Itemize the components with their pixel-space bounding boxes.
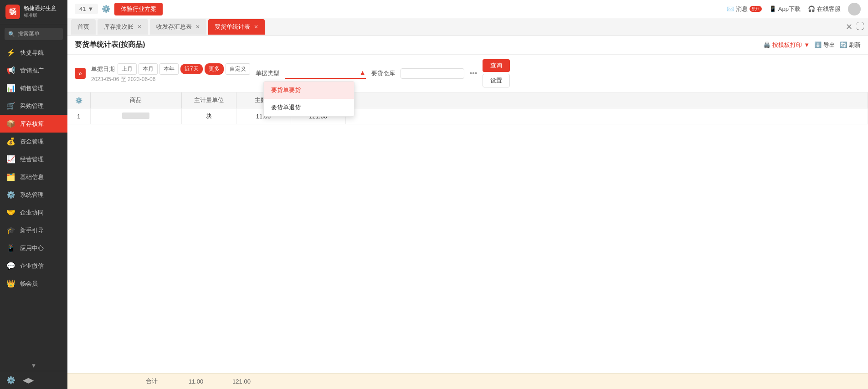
sidebar-nav: ⚡ 快捷导航 📢 营销推广 📊 销售管理 🛒 采购管理 📦 库存核算 💰 资金管…: [0, 44, 67, 360]
filter-actions: 查询 设置: [483, 59, 510, 87]
collapse-icon[interactable]: ◀▶: [23, 376, 34, 384]
sidebar-item-basic[interactable]: 🗂️ 基础信息: [0, 168, 67, 186]
sidebar-item-appstore[interactable]: 📱 应用中心: [0, 239, 67, 257]
date-btn-7days[interactable]: 近7天: [180, 64, 203, 74]
row-unit: 块: [181, 108, 236, 124]
more-options-icon[interactable]: •••: [470, 69, 478, 77]
print-button[interactable]: 🖨️ 按模板打印 ▼: [763, 41, 810, 49]
sidebar-search[interactable]: 🔍 搜索菜单: [5, 28, 63, 40]
sidebar-item-purchase[interactable]: 🛒 采购管理: [0, 97, 67, 115]
sidebar-item-label: 新手引导: [20, 226, 44, 235]
sidebar-item-label: 采购管理: [20, 102, 44, 110]
wxwork-icon: 💬: [6, 261, 15, 270]
avatar[interactable]: [848, 3, 861, 15]
tab-order-stats[interactable]: 要货单统计表 ✕: [208, 19, 265, 35]
marketing-icon: 📢: [6, 66, 15, 75]
row-extra: [345, 108, 868, 124]
expand-icon[interactable]: ⛶: [856, 22, 864, 31]
settings-icon: ⚙️: [75, 97, 82, 104]
tab-batch-account[interactable]: 库存批次账 ✕: [98, 19, 148, 35]
sidebar-item-label: 企业微信: [20, 262, 44, 270]
refresh-icon: 🔄: [840, 41, 847, 48]
dropdown-item-order-return[interactable]: 要货单退货: [264, 99, 354, 116]
date-btn-this-month[interactable]: 本月: [139, 63, 158, 75]
operations-icon: 📈: [6, 155, 15, 164]
type-chevron-up-icon[interactable]: ▲: [360, 69, 366, 76]
date-range: 2023-05-06 至 2023-06-06: [91, 76, 250, 83]
brand-name: 畅捷通好生意: [24, 5, 56, 12]
col-settings[interactable]: ⚙️: [67, 92, 90, 108]
chevron-down-icon: ▼: [87, 5, 93, 12]
date-btn-more[interactable]: 更多: [205, 63, 224, 75]
date-btn-custom[interactable]: 自定义: [226, 63, 250, 75]
footer-amount: 121.00: [219, 378, 264, 385]
sidebar-item-operations[interactable]: 📈 经营管理: [0, 150, 67, 168]
messages-label: 消息: [736, 5, 748, 13]
sidebar-item-label: 系统管理: [20, 191, 44, 199]
main-content: 41 ▼ ⚙️ 体验行业方案 ✉️ 消息 99+ 📱 App下载 🎧 在线客服: [67, 0, 868, 389]
filter-bar: » 单据日期 上月 本月 本年 近7天 更多 自定义 2023-05-06 至 …: [67, 55, 868, 92]
close-all-icon[interactable]: ✕: [846, 22, 853, 32]
online-service-button[interactable]: 🎧 在线客服: [808, 5, 841, 13]
tab-home[interactable]: 首页: [71, 19, 96, 35]
filter-type-wrapper: ▲: [285, 68, 366, 79]
refresh-button[interactable]: 🔄 刷新: [840, 41, 861, 49]
sidebar-item-system[interactable]: ⚙️ 系统管理: [0, 186, 67, 204]
warehouse-input[interactable]: [401, 68, 464, 79]
page-title: 要货单统计表(按商品): [75, 40, 145, 54]
search-label: 搜索菜单: [18, 30, 40, 38]
sidebar-scroll-down[interactable]: ▼: [0, 360, 67, 371]
system-icon: ⚙️: [6, 190, 15, 199]
phone-icon: 📱: [769, 5, 776, 12]
query-button[interactable]: 查询: [483, 59, 510, 72]
sidebar-item-member[interactable]: 👑 畅会员: [0, 275, 67, 292]
date-buttons: 上月 本月 本年 近7天 更多 自定义: [118, 63, 250, 75]
sidebar-item-wxwork[interactable]: 💬 企业微信: [0, 257, 67, 275]
print-chevron-down: ▼: [804, 41, 810, 48]
type-input[interactable]: [285, 68, 358, 77]
sidebar-item-quick-nav[interactable]: ⚡ 快捷导航: [0, 44, 67, 61]
filter-date-block: 单据日期 上月 本月 本年 近7天 更多 自定义 2023-05-06 至 20…: [91, 63, 250, 83]
sidebar-item-label: 基础信息: [20, 173, 44, 181]
guide-icon: 🎓: [6, 226, 15, 235]
top-left: 41 ▼ ⚙️ 体验行业方案: [75, 3, 163, 15]
sidebar-item-sales[interactable]: 📊 销售管理: [0, 79, 67, 97]
footer-label: 合计: [73, 377, 173, 385]
date-btn-last-month[interactable]: 上月: [118, 63, 137, 75]
sidebar-item-enterprise[interactable]: 🤝 企业协同: [0, 204, 67, 221]
sidebar-item-label: 营销推广: [20, 67, 44, 75]
tab-batch-account-close[interactable]: ✕: [137, 24, 142, 30]
logo-text-block: 畅捷通好生意 标准版: [24, 5, 56, 19]
store-name: 41: [79, 5, 86, 12]
inventory-icon: 📦: [6, 119, 15, 128]
brand-sub: 标准版: [24, 12, 56, 19]
sidebar-item-guide[interactable]: 🎓 新手引导: [0, 221, 67, 239]
settings-button[interactable]: 设置: [483, 74, 510, 87]
tab-order-stats-close[interactable]: ✕: [254, 24, 258, 30]
col-unit: 主计量单位: [181, 92, 236, 108]
tab-receive-summary-close[interactable]: ✕: [195, 24, 200, 30]
sidebar-item-inventory[interactable]: 📦 库存核算: [0, 115, 67, 133]
settings-icon[interactable]: ⚙️: [6, 376, 15, 384]
type-label: 单据类型: [256, 69, 279, 77]
member-icon: 👑: [6, 279, 15, 288]
tab-receive-summary[interactable]: 收发存汇总表 ✕: [150, 19, 206, 35]
sidebar-item-label: 经营管理: [20, 155, 44, 164]
app-download-button[interactable]: 📱 App下载: [769, 5, 801, 13]
page-actions: 🖨️ 按模板打印 ▼ ⬇️ 导出 🔄 刷新: [763, 41, 861, 54]
tab-end-buttons: ✕ ⛶: [846, 22, 864, 32]
filter-expand-button[interactable]: »: [75, 68, 86, 79]
messages-button[interactable]: ✉️ 消息 99+: [727, 5, 762, 13]
print-label: 按模板打印: [772, 41, 802, 49]
export-button[interactable]: ⬇️ 导出: [814, 41, 835, 49]
trial-button[interactable]: 体验行业方案: [114, 3, 163, 15]
online-service-label: 在线客服: [817, 5, 841, 13]
store-selector[interactable]: 41 ▼: [75, 4, 98, 14]
sidebar-item-finance[interactable]: 💰 资金管理: [0, 133, 67, 150]
print-icon: 🖨️: [763, 41, 770, 48]
page-content: 要货单统计表(按商品) 🖨️ 按模板打印 ▼ ⬇️ 导出 🔄 刷新: [67, 36, 868, 389]
dropdown-item-order-goods[interactable]: 要货单要货: [264, 82, 354, 99]
date-btn-this-year[interactable]: 本年: [159, 63, 179, 75]
gear-icon[interactable]: ⚙️: [102, 5, 111, 13]
sidebar-item-marketing[interactable]: 📢 营销推广: [0, 61, 67, 79]
